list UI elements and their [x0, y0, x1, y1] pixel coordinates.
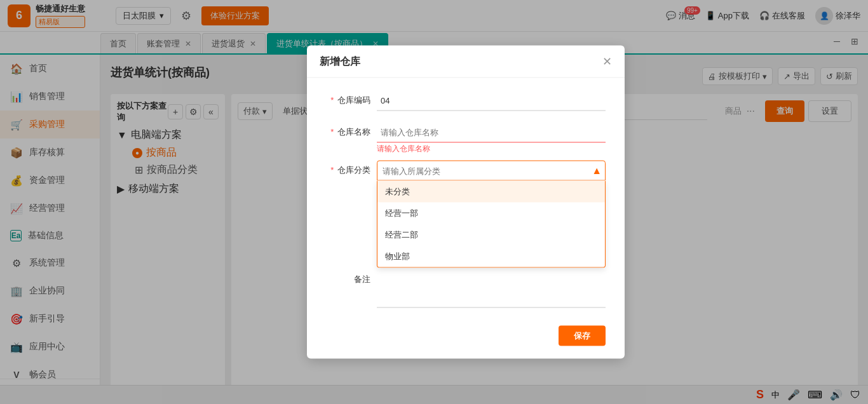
dropdown-item-2[interactable]: 经营二部 [377, 224, 605, 246]
modal-header: 新增仓库 ✕ [307, 46, 625, 78]
form-row-category: * 仓库分类 ▲ 未分类 经营一部 经营二部 物业部 [326, 161, 606, 181]
remark-input[interactable] [377, 270, 606, 308]
code-label: * 仓库编码 [326, 91, 370, 106]
dropdown-item-3[interactable]: 物业部 [377, 246, 605, 267]
name-label: * 仓库名称 [326, 123, 370, 138]
modal-footer: 保存 [307, 326, 625, 346]
required-mark: * [330, 95, 334, 105]
code-input[interactable] [377, 91, 606, 111]
remark-label: 备注 [326, 270, 370, 285]
category-required-mark: * [330, 165, 334, 175]
form-row-remark: 备注 [326, 270, 606, 308]
modal-close-button[interactable]: ✕ [602, 55, 612, 69]
category-dropdown: 未分类 经营一部 经营二部 物业部 [377, 181, 606, 268]
category-wrapper: ▲ 未分类 经营一部 经营二部 物业部 [377, 161, 606, 181]
save-button[interactable]: 保存 [559, 326, 606, 346]
form-row-name: * 仓库名称 请输入仓库名称 [326, 123, 606, 143]
modal-body: * 仓库编码 * 仓库名称 请输入仓库名称 * 仓库分类 ▲ [307, 78, 625, 326]
name-input[interactable] [377, 123, 606, 143]
dropdown-item-1[interactable]: 经营一部 [377, 203, 605, 224]
name-error-msg: 请输入仓库名称 [377, 144, 430, 154]
modal-title: 新增仓库 [320, 55, 360, 68]
category-input[interactable] [377, 161, 606, 181]
name-required-mark: * [330, 127, 334, 137]
dropdown-item-0[interactable]: 未分类 [377, 181, 605, 203]
add-warehouse-modal: 新增仓库 ✕ * 仓库编码 * 仓库名称 请输入仓库名称 * [307, 46, 625, 359]
category-toggle-icon[interactable]: ▲ [592, 165, 602, 177]
category-label: * 仓库分类 [326, 161, 370, 176]
form-row-code: * 仓库编码 [326, 91, 606, 111]
